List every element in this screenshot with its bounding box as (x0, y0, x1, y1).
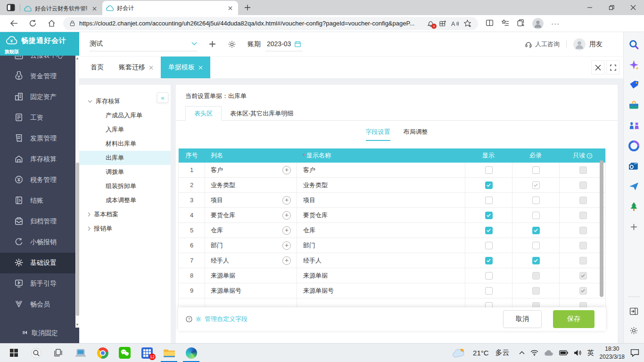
edge-copilot-icon[interactable] (627, 59, 641, 71)
add-account-icon[interactable] (208, 40, 216, 48)
edge-games-icon[interactable] (627, 120, 641, 132)
tree-item[interactable]: 组装拆卸单 (79, 179, 171, 193)
tab-close-icon[interactable] (90, 4, 99, 13)
show-checkbox[interactable] (485, 212, 493, 219)
show-checkbox[interactable] (485, 242, 493, 249)
nav-tab-close-icon[interactable] (149, 66, 153, 70)
required-checkbox[interactable] (532, 272, 540, 280)
weather-icon[interactable] (452, 348, 466, 358)
readonly-help-icon[interactable]: ? (586, 153, 593, 159)
required-checkbox[interactable] (532, 287, 540, 295)
split-screen-icon[interactable] (486, 19, 494, 28)
readonly-checkbox[interactable] (579, 272, 587, 280)
panel-close-icon[interactable] (591, 60, 604, 74)
add-field-icon[interactable]: + (282, 226, 291, 235)
readonly-checkbox[interactable] (579, 181, 587, 189)
chevron-expanded-icon[interactable] (88, 100, 92, 103)
battery-icon[interactable] (559, 350, 568, 355)
support-link[interactable]: 人工咨询 (535, 40, 560, 49)
volume-icon[interactable] (574, 349, 582, 356)
readonly-checkbox[interactable] (579, 257, 587, 264)
readonly-checkbox[interactable] (579, 197, 587, 204)
hidden-icons-chevron[interactable] (519, 351, 525, 354)
cancel-button[interactable]: 取消 (503, 310, 542, 328)
taskbar-wechat-icon[interactable] (114, 344, 136, 362)
edge-outlook-icon[interactable] (627, 160, 641, 172)
required-checkbox[interactable] (532, 181, 540, 189)
manage-custom-fields-link[interactable]: ? 管理自定义字段 (186, 315, 248, 323)
area-tab-2[interactable]: 表体区-其它出库单明细 (222, 106, 302, 121)
sidebar-item-10[interactable]: 小畅报销 (0, 232, 79, 253)
sidebar-item-13[interactable]: 畅会员 (0, 294, 79, 315)
taskbar-app-grid-icon[interactable]: 12 (136, 344, 158, 362)
account-select[interactable]: 测试 (90, 37, 197, 51)
sidebar-item-11[interactable]: 基础设置 (0, 253, 79, 273)
close-window-button[interactable] (622, 0, 644, 15)
edge-add-icon[interactable] (627, 221, 641, 233)
edge-drop-icon[interactable] (627, 181, 641, 192)
taskbar-edge-icon[interactable] (180, 344, 202, 362)
scroll-up-icon[interactable]: ▲ (75, 56, 79, 61)
required-checkbox[interactable] (532, 302, 540, 308)
add-field-icon[interactable]: + (282, 256, 291, 265)
nav-tab-1[interactable]: 首页 (83, 57, 111, 78)
minimize-button[interactable] (579, 0, 601, 15)
edge-microsoft-365-icon[interactable] (627, 140, 641, 152)
edge-settings-icon[interactable] (627, 325, 641, 337)
sub-tab-2[interactable]: 布局调整 (404, 128, 428, 141)
add-field-icon[interactable]: + (282, 166, 291, 174)
browser-profile-avatar[interactable] (532, 18, 544, 29)
area-tab-1[interactable]: 表头区 (185, 106, 222, 121)
sidebar-item-1[interactable]: 云报表中心 (0, 56, 79, 66)
clock[interactable]: 18:30 2023/3/18 (600, 345, 625, 360)
show-checkbox[interactable] (485, 166, 493, 174)
sidebar-scroll-thumb[interactable] (76, 163, 79, 316)
readonly-checkbox[interactable] (579, 166, 587, 174)
show-checkbox[interactable] (485, 287, 493, 295)
browser-tab[interactable]: 好会计云财务软件管理系统_会计 (20, 2, 102, 15)
sidebar-item-8[interactable]: 结账 (0, 190, 79, 211)
readonly-checkbox[interactable] (579, 227, 587, 234)
user-avatar[interactable] (573, 38, 586, 50)
show-checkbox[interactable] (485, 302, 493, 308)
chevron-right-icon[interactable] (88, 226, 91, 231)
readonly-checkbox[interactable] (579, 302, 587, 308)
collections-icon[interactable] (501, 19, 509, 28)
readonly-checkbox[interactable] (579, 242, 587, 249)
required-checkbox[interactable] (532, 257, 540, 264)
sidebar-item-2[interactable]: 资金管理 (0, 66, 79, 87)
tree-item[interactable]: 调拨单 (79, 165, 171, 179)
favorite-add-icon[interactable] (463, 19, 471, 27)
edge-grow-icon[interactable] (627, 201, 641, 213)
taskbar-file-explorer-icon[interactable] (158, 344, 180, 362)
taskbar-search-icon[interactable] (25, 344, 47, 362)
notifications-blocked-icon[interactable]: × (427, 19, 435, 27)
required-checkbox[interactable] (532, 212, 540, 219)
sidebar-item-12[interactable]: 新手引导 (0, 273, 79, 294)
wifi-icon[interactable] (530, 350, 538, 356)
url-text[interactable]: https://cloud2.chanjet.com/accounting/uh… (79, 20, 422, 27)
show-checkbox[interactable] (485, 181, 493, 189)
unpin-sidebar-button[interactable]: 取消固定 (0, 326, 79, 340)
tree-group[interactable]: 基本档案 (79, 207, 171, 222)
add-field-icon[interactable]: + (282, 211, 291, 220)
sidebar-item-9[interactable]: 归档管理 (0, 211, 79, 232)
sub-tab-1[interactable]: 字段设置 (366, 128, 390, 141)
nav-tab-3[interactable]: 单据模板 (161, 57, 210, 78)
sidebar-item-6[interactable]: 库存核算 (0, 149, 79, 170)
fullscreen-icon[interactable] (606, 60, 619, 74)
weather-desc[interactable]: 多云 (495, 348, 510, 357)
layout-grid-add-icon[interactable] (439, 20, 446, 27)
refresh-icon[interactable] (25, 17, 40, 30)
collapse-panel-button[interactable]: « (157, 92, 168, 103)
restore-button[interactable] (601, 0, 622, 15)
taskbar-task-view-icon[interactable] (47, 344, 69, 362)
nav-tab-2[interactable]: 账套迁移 (111, 57, 161, 78)
add-field-icon[interactable]: + (282, 196, 291, 205)
required-checkbox[interactable] (532, 197, 540, 204)
url-bar[interactable]: https://cloud2.chanjet.com/accounting/uh… (63, 17, 478, 30)
period-picker[interactable]: 2023-03 (265, 37, 303, 51)
tree-item[interactable]: 材料出库单 (79, 137, 171, 151)
home-icon[interactable] (44, 17, 58, 30)
settings-gear-icon[interactable] (228, 40, 236, 49)
